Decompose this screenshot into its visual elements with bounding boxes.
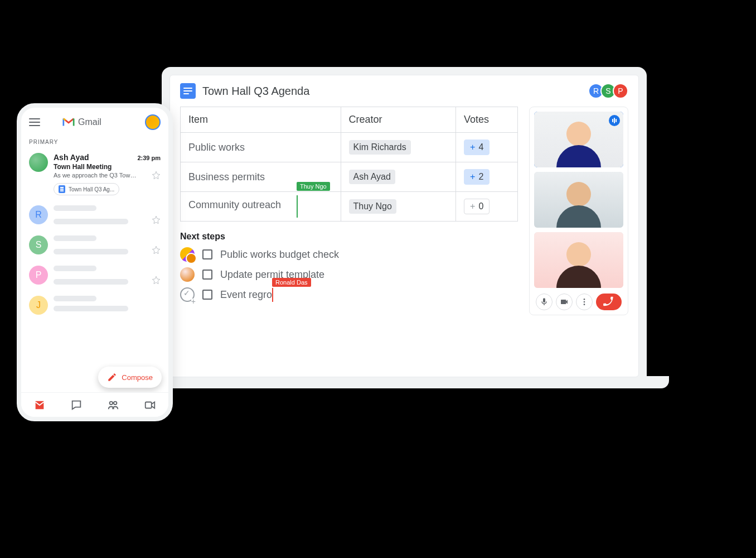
next-steps-heading: Next steps: [180, 232, 518, 242]
compose-label: Compose: [122, 373, 153, 382]
star-icon[interactable]: [152, 215, 161, 224]
laptop-frame: Town Hall Q3 Agenda R S P Item Creator V…: [162, 67, 647, 385]
hamburger-menu-icon[interactable]: [29, 118, 40, 126]
votes-cell: +0: [456, 192, 518, 222]
gmail-m-icon: [62, 117, 75, 127]
attachment-chip[interactable]: Town Hall Q3 Ag...: [54, 183, 119, 195]
assign-icon[interactable]: [180, 287, 195, 302]
video-tile[interactable]: [534, 172, 623, 228]
votes-cell: +2: [456, 162, 518, 192]
item-cell[interactable]: Public works: [181, 133, 341, 162]
meet-nav-icon[interactable]: [144, 399, 156, 411]
docs-app-icon: [180, 83, 196, 99]
star-icon[interactable]: [152, 276, 161, 285]
email-placeholder[interactable]: P: [21, 260, 168, 290]
svg-point-4: [584, 301, 585, 303]
meet-panel: [529, 107, 628, 315]
creator-cell[interactable]: Thuy Ngo: [341, 192, 456, 222]
step-row: Event regro Ronald Das: [180, 287, 518, 302]
email-placeholder[interactable]: S: [21, 230, 168, 260]
step-row: Public works budget check: [180, 247, 518, 262]
table-header-creator: Creator: [341, 107, 456, 133]
collaborator-avatar[interactable]: P: [613, 83, 628, 99]
speaking-indicator-icon: [609, 115, 620, 126]
placeholder-avatar: R: [29, 205, 48, 224]
svg-point-3: [584, 299, 585, 300]
checkbox[interactable]: [202, 270, 212, 280]
checkbox[interactable]: [202, 290, 212, 300]
chat-nav-icon[interactable]: [70, 399, 83, 411]
docs-content[interactable]: Item Creator Votes Public works Kim Rich…: [180, 107, 518, 315]
email-time: 2:39 pm: [137, 155, 161, 161]
placeholder-avatar: P: [29, 266, 48, 285]
step-row: Update permit template: [180, 267, 518, 282]
vote-chip[interactable]: +0: [464, 199, 490, 214]
table-header-item: Item: [181, 107, 341, 133]
svg-rect-2: [146, 402, 152, 408]
vote-chip[interactable]: +2: [464, 169, 490, 185]
bottom-nav: [21, 392, 168, 417]
cursor-tag: Thuy Ngo: [297, 182, 330, 191]
video-tile[interactable]: [534, 112, 623, 167]
email-sender: Ash Ayad: [54, 153, 89, 162]
mute-button[interactable]: [536, 294, 553, 310]
sender-avatar: [29, 153, 48, 172]
table-row: Public works Kim Richards +4: [181, 133, 518, 162]
svg-point-0: [110, 401, 113, 405]
email-placeholder[interactable]: R: [21, 200, 168, 230]
table-header-votes: Votes: [456, 107, 518, 133]
docs-mini-icon: [59, 185, 65, 193]
hangup-button[interactable]: [596, 294, 622, 310]
table-row: Community outreach Thuy Ngo Thuy Ngo +0: [181, 192, 518, 222]
camera-button[interactable]: [556, 294, 573, 310]
placeholder-avatar: J: [29, 296, 48, 315]
cursor-tag: Ronald Das: [272, 278, 311, 287]
email-subject: Town Hall Meeting: [54, 163, 161, 171]
docs-header: Town Hall Q3 Agenda R S P: [180, 83, 628, 99]
gmail-app-name: Gmail: [78, 117, 101, 127]
step-text[interactable]: Public works budget check: [220, 249, 339, 261]
live-cursor: [297, 195, 298, 218]
meet-controls: [534, 294, 623, 310]
agenda-table: Item Creator Votes Public works Kim Rich…: [180, 107, 518, 222]
star-icon[interactable]: [152, 246, 161, 254]
video-tile[interactable]: [534, 232, 623, 288]
creator-chip: Kim Richards: [349, 140, 411, 155]
compose-button[interactable]: Compose: [98, 367, 162, 388]
table-row: Business permits Ash Ayad +2: [181, 162, 518, 192]
item-cell[interactable]: Community outreach Thuy Ngo: [181, 192, 341, 222]
mail-nav-icon[interactable]: [33, 399, 46, 411]
email-snippet: As we approach the Q3 Town Ha...: [54, 172, 137, 179]
attachment-name: Town Hall Q3 Ag...: [69, 186, 114, 193]
profile-avatar[interactable]: [145, 114, 161, 130]
step-text[interactable]: Event regro Ronald Das: [220, 289, 272, 301]
docs-title[interactable]: Town Hall Q3 Agenda: [202, 85, 309, 98]
live-cursor: [272, 288, 273, 302]
plus-icon: +: [470, 142, 475, 152]
vote-chip[interactable]: +4: [464, 140, 490, 155]
svg-point-1: [114, 401, 117, 405]
more-options-button[interactable]: [576, 294, 593, 310]
gmail-phone-mockup: Gmail PRIMARY Ash Ayad 2:39 pm Town Hall…: [17, 103, 173, 421]
collaborator-avatars: R S P: [592, 83, 628, 99]
creator-chip: Ash Ayad: [349, 170, 395, 184]
pencil-icon: [107, 372, 117, 382]
checkbox[interactable]: [202, 249, 212, 259]
placeholder-avatar: S: [29, 235, 48, 254]
star-icon[interactable]: [152, 171, 161, 180]
creator-cell[interactable]: Ash Ayad: [341, 162, 456, 192]
gmail-header: Gmail: [21, 108, 168, 134]
creator-cell[interactable]: Kim Richards: [341, 133, 456, 162]
email-placeholder[interactable]: J: [21, 290, 168, 321]
spaces-nav-icon[interactable]: [107, 399, 119, 411]
votes-cell: +4: [456, 133, 518, 162]
primary-tab-label: PRIMARY: [21, 134, 168, 148]
assignee-avatar-group[interactable]: [180, 247, 195, 262]
plus-icon: +: [470, 201, 475, 211]
email-item[interactable]: Ash Ayad 2:39 pm Town Hall Meeting As we…: [21, 148, 168, 200]
gmail-logo: Gmail: [62, 117, 101, 127]
svg-point-5: [584, 304, 585, 305]
plus-icon: +: [470, 172, 475, 182]
creator-chip: Thuy Ngo: [349, 199, 396, 214]
assignee-avatar[interactable]: [180, 267, 195, 282]
